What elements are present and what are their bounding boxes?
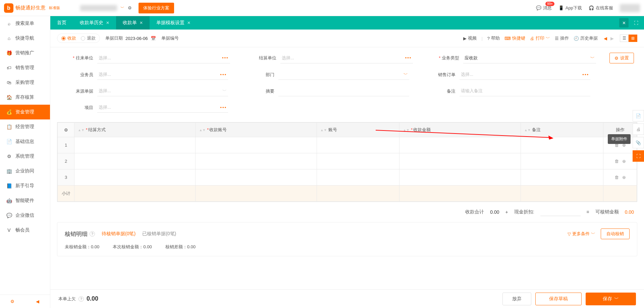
doc-date-field[interactable]: 单据日期 2023-06-06 📅 (105, 35, 156, 41)
rail-draft-icon[interactable]: 📄 (633, 110, 644, 121)
sidebar-item-sales[interactable]: 🏷销售管理 (0, 60, 50, 75)
history-link[interactable]: 🕘历史单据 (574, 35, 598, 41)
settings-button[interactable]: ⚙设置 (609, 53, 634, 63)
sidebar-item-basicinfo[interactable]: 📄基础信息 (0, 134, 50, 149)
chevron-down-icon[interactable]: ﹀ (404, 71, 408, 78)
more-icon[interactable]: ••• (222, 55, 229, 60)
mobile-icon: 📱 (558, 5, 564, 10)
view-list-icon[interactable]: ☰ (620, 35, 629, 42)
brand-edition: 标准版 (49, 5, 60, 10)
delete-icon[interactable]: 🗑 (614, 175, 619, 180)
saleorder-field[interactable]: 销售订单 选择...••• (423, 69, 590, 80)
question-icon[interactable]: ? (78, 296, 84, 302)
ops-link[interactable]: ☰操作 (555, 35, 569, 41)
tab-receipt-history[interactable]: 收款单历史✕ (73, 16, 116, 30)
remark-field[interactable]: 备注 请输入备注 (423, 86, 590, 96)
sidebar-collapse-icon[interactable]: ◀ (25, 295, 50, 308)
sidebar-item-search[interactable]: ⌕搜索菜单 (0, 16, 50, 31)
help-link[interactable]: ?帮助 (487, 35, 500, 41)
sidebar-item-marketing[interactable]: 🎁营销推广 (0, 46, 50, 60)
company-selector[interactable]: ﹀ ⚙ (80, 5, 132, 11)
doc-toolbar: 收款 退款 单据日期 2023-06-06 📅 单据编号 ▶视频 | ?帮 (50, 30, 644, 47)
close-icon[interactable]: ✕ (187, 20, 191, 25)
mode-refund-radio[interactable]: 退款 (81, 35, 96, 41)
tab-close-all-icon[interactable]: ✕ (619, 18, 629, 28)
col-amount[interactable]: ▲▼*收款金额 (399, 123, 521, 137)
clipboard-icon: 📋 (6, 124, 12, 130)
table-row[interactable]: 3🗑⊕ (58, 169, 637, 186)
messages-link[interactable]: 💬 消息 99+ (536, 5, 552, 11)
question-icon[interactable]: ? (90, 231, 95, 237)
sidebar-item-purchase[interactable]: 🛍采购管理 (0, 75, 50, 90)
project-field[interactable]: 项目 选择...••• (60, 102, 228, 113)
topbar: b 畅捷通好生意 标准版 ﹀ ⚙ 体验行业方案 💬 消息 99+ 📱 App下载… (0, 0, 644, 16)
prev-doc-icon[interactable]: ◀ (602, 36, 608, 41)
rail-expand-icon[interactable]: ⛶ (633, 150, 644, 162)
partner-field[interactable]: 往来单位 选择...••• (60, 53, 230, 63)
verify-tab-done[interactable]: 已核销单据(0笔) (142, 231, 176, 237)
verify-tab-pending[interactable]: 待核销单据(0笔) (102, 231, 136, 237)
gear-icon[interactable]: ⚙ (128, 5, 132, 10)
next-doc-icon[interactable]: ▶ (609, 36, 615, 41)
fullscreen-icon[interactable]: ⛶ (631, 18, 641, 28)
auto-verify-button[interactable]: 自动核销 (601, 228, 630, 239)
sidebar-item-operation[interactable]: 📋经营管理 (0, 119, 50, 134)
summary-field[interactable]: 摘要 (241, 86, 409, 96)
sidebar-item-wecom[interactable]: 💬企业微信 (0, 208, 50, 223)
add-row-icon[interactable]: ⊕ (622, 159, 626, 164)
table-row[interactable]: 2🗑⊕ (58, 153, 637, 169)
chevron-down-icon[interactable]: ﹀ (222, 88, 227, 94)
add-row-icon[interactable]: ⊕ (622, 175, 626, 180)
discount-input[interactable] (540, 208, 581, 216)
app-download-link[interactable]: 📱 App下载 (558, 5, 582, 11)
more-icon[interactable]: ••• (220, 105, 227, 110)
chevron-down-icon[interactable]: ﹀ (590, 55, 595, 61)
sidebar-item-inventory[interactable]: 🏠库存核算 (0, 90, 50, 105)
more-icon[interactable]: ••• (220, 72, 227, 77)
sidebar-item-funds[interactable]: 💰资金管理 (0, 105, 50, 119)
mode-receive-radio[interactable]: 收款 (61, 35, 76, 41)
save-button[interactable]: 保存﹀ (586, 293, 636, 305)
print-link[interactable]: 🖨打印﹀ (530, 35, 550, 41)
srcdoc-field[interactable]: 来源单据 选择...﹀ (60, 86, 228, 96)
user-avatar[interactable] (620, 4, 640, 12)
more-conditions-link[interactable]: ▽更多条件﹀ (568, 231, 595, 237)
tab-home[interactable]: 首页 (50, 16, 73, 30)
attachment-tooltip: 单据附件 (608, 134, 631, 144)
tab-receipt[interactable]: 收款单✕ (116, 16, 150, 30)
delete-icon[interactable]: 🗑 (614, 159, 619, 164)
tab-template[interactable]: 单据模板设置✕ (150, 16, 197, 30)
shortcut-link[interactable]: ⌨快捷键 (504, 35, 525, 41)
sidebar-settings-icon[interactable]: ⚙ (0, 295, 25, 308)
biztype-field[interactable]: 业务类型 应收款﹀ (426, 53, 596, 63)
col-method[interactable]: ▲▼*结算方式 (74, 123, 196, 137)
sidebar-item-quicknav[interactable]: ⌂快捷导航 (0, 31, 50, 46)
sidebar-item-hardware[interactable]: 🤖智能硬件 (0, 193, 50, 208)
sidebar-item-enterprise[interactable]: 🏢企业协同 (0, 164, 50, 178)
video-link[interactable]: ▶视频 (463, 35, 477, 41)
close-icon[interactable]: ✕ (140, 20, 143, 25)
money-icon: 💰 (6, 109, 12, 115)
settle-field[interactable]: 结算单位 选择...••• (244, 53, 413, 63)
col-accno[interactable]: ▲▼账号 (317, 123, 399, 137)
customer-service-link[interactable]: 🎧 在线客服 (589, 5, 613, 11)
close-icon[interactable]: ✕ (106, 20, 109, 25)
view-form-icon[interactable]: ⊞ (629, 35, 637, 42)
sidebar-item-system[interactable]: ⚙系统管理 (0, 149, 50, 164)
salesman-field[interactable]: 业务员 选择...••• (60, 69, 228, 80)
try-industry-button[interactable]: 体验行业方案 (139, 3, 174, 13)
calendar-icon[interactable]: 📅 (151, 36, 156, 41)
rail-print-icon[interactable]: 🖨 (633, 123, 644, 135)
col-remark[interactable]: ▲▼备注 (521, 123, 603, 137)
more-icon[interactable]: ••• (405, 55, 412, 60)
save-draft-button[interactable]: 保存草稿 (535, 293, 582, 305)
sidebar-item-member[interactable]: V畅会员 (0, 223, 50, 238)
sidebar-item-guide[interactable]: 📘新手引导 (0, 178, 50, 193)
table-row[interactable]: 1🗑⊕ (58, 137, 637, 153)
more-icon[interactable]: ••• (582, 72, 589, 77)
col-gear[interactable]: ⚙ (58, 123, 74, 137)
discard-button[interactable]: 放弃 (502, 293, 531, 305)
rail-attachment-icon[interactable]: 📎 (633, 137, 644, 148)
col-account[interactable]: ▲▼*收款账号 (196, 123, 317, 137)
dept-field[interactable]: 部门 ﹀ (241, 69, 409, 80)
